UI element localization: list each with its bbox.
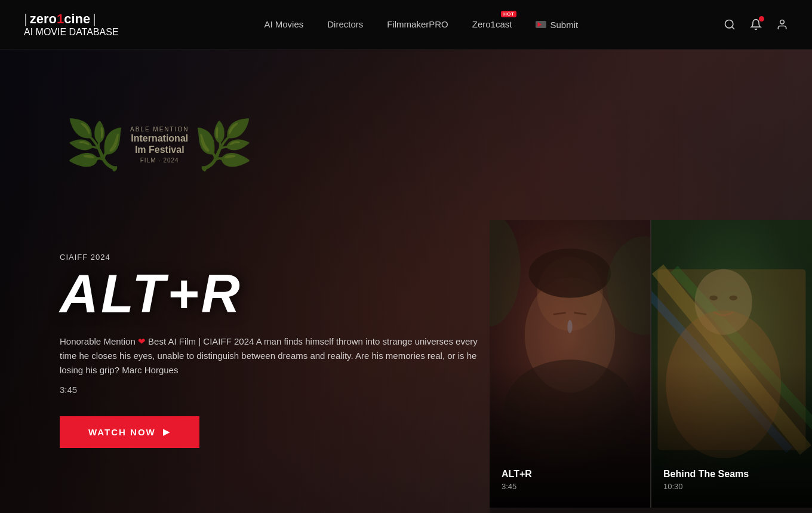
film-card-alt-r-info: ALT+R 3:45 xyxy=(502,469,638,491)
nav-link-directors[interactable]: Directors xyxy=(327,19,363,29)
logo-pipe-right: | xyxy=(93,11,96,27)
hero-duration: 3:45 xyxy=(60,385,478,395)
user-icon xyxy=(776,19,788,30)
nav-link-filmmaker-pro[interactable]: FilmmakerPRO xyxy=(387,19,448,29)
notifications-button[interactable] xyxy=(750,19,762,30)
film-card-behind-seams-title: Behind The Seams xyxy=(663,469,800,480)
film-card-behind-seams-info: Behind The Seams 10:30 xyxy=(663,469,800,491)
svg-point-12 xyxy=(567,320,572,333)
festival-year: FILM - 2024 xyxy=(130,158,189,164)
nav-item-directors[interactable]: Directors xyxy=(327,19,363,30)
film-card-alt-r[interactable]: ALT+R 3:45 xyxy=(490,220,650,508)
hero-content: CIAIFF 2024 ALT+R Honorable Mention ❤ Be… xyxy=(60,253,478,448)
hero-section: 🌿 ABLE MENTION International lm Festival… xyxy=(0,50,812,513)
logo-cine: cine xyxy=(64,11,90,27)
nav-item-filmmaker-pro[interactable]: FilmmakerPRO xyxy=(387,19,448,30)
search-button[interactable] xyxy=(724,19,736,30)
notification-dot xyxy=(759,16,764,21)
logo[interactable]: | zero 1 cine | AI MOVIE DATABASE xyxy=(24,11,119,38)
film-card-behind-seams-duration: 10:30 xyxy=(663,482,800,491)
film-card-alt-r-duration: 3:45 xyxy=(502,482,638,491)
honorable-mention-text: Honorable Mention xyxy=(60,336,136,346)
panel-navigation: ‹ › xyxy=(490,508,812,513)
films-row: ALT+R 3:45 xyxy=(490,220,812,508)
hero-title: ALT+R xyxy=(60,269,478,320)
watch-now-button[interactable]: WATCH NOW ▶ xyxy=(60,416,199,448)
nav-link-zero1cast[interactable]: Zero1cast xyxy=(472,19,512,29)
logo-zero: zero xyxy=(30,11,57,27)
nav-item-ai-movies[interactable]: AI Movies xyxy=(264,19,303,30)
main-nav: AI Movies Directors FilmmakerPRO Zero1ca… xyxy=(264,19,578,30)
user-account-button[interactable] xyxy=(776,19,788,30)
watch-now-label: WATCH NOW xyxy=(88,427,156,437)
svg-point-2 xyxy=(780,20,785,24)
festival-name-line1: International xyxy=(130,133,189,144)
festival-mention: ABLE MENTION xyxy=(130,127,189,133)
hero-description: Honorable Mention ❤ Best AI Film | CIAIF… xyxy=(60,334,478,377)
submit-video-icon xyxy=(536,21,546,28)
svg-point-20 xyxy=(709,296,718,300)
play-icon: ▶ xyxy=(163,427,171,437)
logo-one: 1 xyxy=(57,11,64,27)
logo-subtitle: AI MOVIE DATABASE xyxy=(24,27,119,38)
right-panel: ALT+R 3:45 xyxy=(490,220,812,513)
navbar-actions xyxy=(724,19,788,30)
film-card-alt-r-title: ALT+R xyxy=(502,469,638,480)
nav-link-submit[interactable]: Submit xyxy=(536,20,578,30)
festival-badge: 🌿 ABLE MENTION International lm Festival… xyxy=(66,121,253,169)
hero-tag: CIAIFF 2024 xyxy=(60,253,478,262)
logo-pipe-left: | xyxy=(24,11,27,27)
nav-link-ai-movies[interactable]: AI Movies xyxy=(264,19,303,29)
svg-point-6 xyxy=(529,248,611,298)
nav-link-submit-label: Submit xyxy=(550,20,578,30)
heart-icon: ❤ xyxy=(138,336,146,346)
film-card-behind-seams[interactable]: Behind The Seams 10:30 xyxy=(651,220,812,508)
nav-item-zero1cast[interactable]: Zero1cast HOT xyxy=(472,19,512,30)
svg-line-1 xyxy=(732,27,734,29)
hot-badge: HOT xyxy=(501,11,516,17)
svg-point-21 xyxy=(729,296,737,300)
search-icon xyxy=(724,19,736,30)
laurel-wreath-icon: 🌿 ABLE MENTION International lm Festival… xyxy=(66,121,253,169)
navbar: | zero 1 cine | AI MOVIE DATABASE AI Mov… xyxy=(0,0,812,50)
nav-item-submit[interactable]: Submit xyxy=(536,20,578,30)
festival-name-line2: lm Festival xyxy=(130,144,189,155)
